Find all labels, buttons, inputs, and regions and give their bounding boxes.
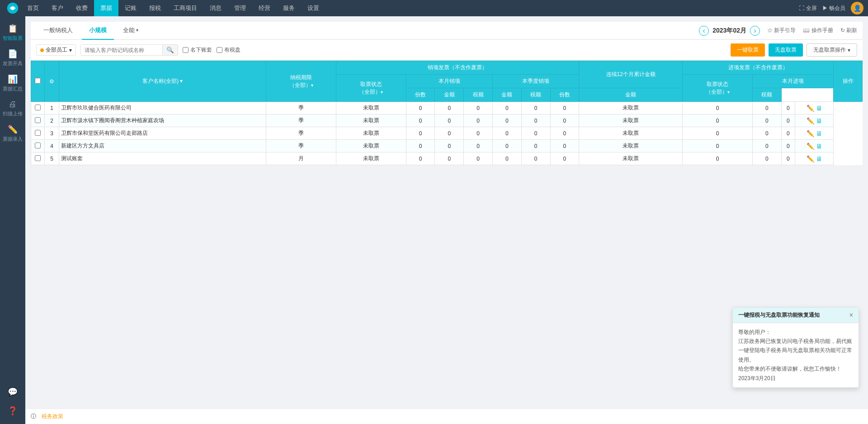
invoice-table-wrap: ⚙ 客户名称(全部) ▾ 纳税期限（全部）▾ 销项发票（不含作废票） 连续12个… [31,61,863,165]
tab-general-taxpayer[interactable]: 一般纳税人 [36,22,80,40]
no-disk-fetch-btn[interactable]: 无盘取票 [769,43,803,57]
row-quarter-tax: 0 [521,114,550,127]
app-logo [5,0,21,16]
edit-icon[interactable]: ✏️ [807,105,814,112]
view-icon[interactable]: 🖥 [816,105,822,112]
vip-btn[interactable]: ▶ 畅会员 [822,5,845,12]
employee-select-label: 全部员工 [46,46,67,54]
row-quarter-tax: 0 [521,152,550,165]
nav-settings[interactable]: 设置 [301,0,326,16]
nav-invoice[interactable]: 票据 [94,0,118,16]
refresh-link[interactable]: ↻ 刷新 [840,27,857,34]
edit-icon[interactable]: ✏️ [807,155,814,162]
sidebar-item-scan-upload[interactable]: 🖨 扫描上传 [0,96,25,121]
edit-icon[interactable]: ✏️ [807,117,814,124]
row-period: 季 [266,140,336,152]
row-number-cell: 2 [45,114,59,127]
search-input[interactable] [81,45,162,55]
date-next-btn[interactable]: › [750,26,760,36]
date-prev-btn[interactable]: ‹ [699,26,709,36]
row-quarter-amount: 0 [492,127,521,140]
refresh-icon: ↻ [840,27,845,33]
row-input-status: 未取票 [579,114,683,127]
fullscreen-btn[interactable]: ⛶ 全屏 [799,5,816,12]
tax-disk-checkbox[interactable]: 有税盘 [217,46,241,54]
row-quarter-tax: 0 [521,127,550,140]
nav-billing[interactable]: 收费 [70,0,94,16]
edit-icon[interactable]: ✏️ [807,130,814,137]
row-checkbox[interactable] [35,117,41,123]
sidebar-bottom: 💬 ❓ [0,383,25,424]
select-all-th [31,61,45,102]
tax-policy-link[interactable]: 税务政策 [42,413,63,420]
current-month-input-th: 本月进项 [752,75,833,88]
sidebar-item-label: 扫描上传 [3,110,23,117]
own-accounts-check[interactable] [183,47,189,53]
sidebar-item-chat[interactable]: 💬 [0,383,25,400]
sidebar-item-invoice-summary[interactable]: 📊 票据汇总 [0,71,25,96]
quarter-tax-th: 税额 [521,88,550,102]
employee-select[interactable]: 全部员工 ▾ [36,44,76,56]
nav-operation[interactable]: 经营 [252,0,277,16]
nav-service[interactable]: 服务 [277,0,301,16]
tab-dropdown-icon: ▾ [136,28,138,33]
nav-tax[interactable]: 报税 [143,0,167,16]
manual-link[interactable]: 📖 操作手册 [803,27,833,34]
sidebar-item-help[interactable]: ❓ [0,402,25,419]
avatar[interactable]: 👤 [851,2,863,14]
rolling-12-th: 连续12个月累计金额 [579,61,683,88]
row-input-tax: 0 [781,152,795,165]
nav-customer[interactable]: 客户 [45,0,70,16]
tax-disk-check[interactable] [217,47,222,53]
nav-business[interactable]: 工商项目 [167,0,203,16]
edit-icon[interactable]: ✏️ [807,143,814,150]
gear-icon[interactable]: ⚙ [49,78,54,85]
tax-period-th: 纳税期限（全部）▾ [266,61,336,102]
input-invoice-th: 进项发票（不含作废票） [683,61,834,75]
nav-message[interactable]: 消息 [203,0,228,16]
row-sales-amount: 0 [435,152,464,165]
row-sales-status: 未取票 [336,152,406,165]
one-click-fetch-btn[interactable]: 一键取票 [731,43,765,57]
search-button[interactable]: 🔍 [162,45,178,55]
issue-invoice-icon: 📄 [8,49,18,59]
tab-all[interactable]: 全能 ▾ [116,22,146,40]
scan-upload-icon: 🖨 [9,100,17,109]
row-checkbox[interactable] [35,143,41,148]
new-guide-link[interactable]: ☆ 新手引导 [767,27,796,34]
row-sales-status: 未取票 [336,140,406,152]
row-input-status: 未取票 [579,127,683,140]
sales-count-th: 份数 [406,88,435,102]
row-sales-amount: 0 [435,114,464,127]
sidebar-item-smart-ticket[interactable]: 📋 智能取票 [0,20,25,45]
table-row: 4 新建区方方文具店 季 未取票 0 0 0 0 0 0 未取票 0 0 0 ✏… [31,140,863,152]
no-disk-op-btn[interactable]: 无盘取票操作 ▾ [807,43,857,57]
row-checkbox[interactable] [35,130,41,136]
tab-small-scale[interactable]: 小规模 [82,22,114,40]
settings-th: ⚙ [45,61,59,102]
notification-close-btn[interactable]: × [849,311,853,319]
view-icon[interactable]: 🖥 [816,117,822,124]
sidebar-item-invoice-entry[interactable]: ✏️ 票据录入 [0,121,25,146]
row-input-status: 未取票 [579,152,683,165]
select-all-checkbox[interactable] [35,78,41,84]
view-icon[interactable]: 🖥 [816,130,822,137]
input-tax-th: 税额 [752,88,781,102]
row-input-amount: 0 [752,127,781,140]
view-icon[interactable]: 🖥 [816,155,822,162]
row-number-cell: 1 [45,102,59,114]
row-checkbox[interactable] [35,105,41,110]
row-input-count: 0 [683,140,753,152]
own-accounts-checkbox[interactable]: 名下账套 [183,46,212,54]
nav-bookkeeping[interactable]: 记账 [118,0,143,16]
nav-manage[interactable]: 管理 [228,0,252,16]
row-actions: ✏️ 🖥 [795,127,834,140]
sidebar-item-issue-invoice[interactable]: 📄 发票开具 [0,45,25,71]
view-icon[interactable]: 🖥 [816,143,822,150]
row-checkbox[interactable] [35,155,41,161]
row-quarter-amount: 0 [492,114,521,127]
row-rolling: 0 [550,152,579,165]
row-sales-tax: 0 [464,140,493,152]
nav-home[interactable]: 首页 [21,0,45,16]
nav-right-area: ⛶ 全屏 ▶ 畅会员 👤 [799,2,863,14]
